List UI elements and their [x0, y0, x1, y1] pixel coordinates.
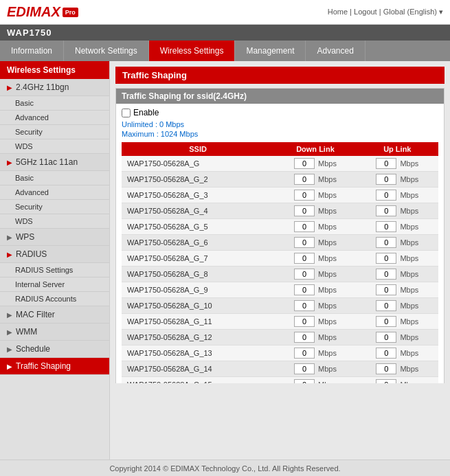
mbps-label-down: Mbps	[318, 349, 337, 357]
table-row: WAP1750-05628A_G_11 Mbps Mbps	[122, 314, 438, 330]
up-input[interactable]	[376, 316, 396, 327]
sidebar-item-radius-accounts[interactable]: RADIUS Accounts	[0, 292, 109, 306]
sidebar-section-header-mac-filter[interactable]: ▶ MAC Filter	[0, 306, 109, 324]
sidebar-section-wmm[interactable]: ▶ WMM	[0, 324, 109, 341]
up-input[interactable]	[376, 158, 396, 169]
up-cell: Mbps	[357, 361, 438, 377]
ssid-cell: WAP1750-05628A_G_5	[122, 219, 274, 235]
sidebar-section-header-radius[interactable]: ▶ RADIUS	[0, 246, 109, 263]
sidebar-item-5ghz-wds[interactable]: WDS	[0, 214, 109, 229]
up-input[interactable]	[376, 284, 396, 295]
down-input[interactable]	[294, 158, 315, 169]
down-input[interactable]	[294, 205, 315, 216]
sidebar-section-label-mac-filter: MAC Filter	[16, 310, 55, 319]
sidebar-item-internal-server[interactable]: Internal Server	[0, 277, 109, 292]
mbps-label-down: Mbps	[318, 223, 337, 231]
mbps-label-up: Mbps	[400, 317, 418, 326]
enable-checkbox-24ghz[interactable]	[122, 109, 131, 117]
sidebar-item-radius-settings[interactable]: RADIUS Settings	[0, 263, 109, 277]
language-selector[interactable]: Global (English) ▾	[383, 8, 443, 16]
tab-wireless-settings[interactable]: Wireless Settings	[149, 41, 236, 61]
traffic-box-24ghz-body: Enable Unlimited : 0 Mbps Maximum : 1024…	[116, 104, 444, 383]
tab-network-settings[interactable]: Network Settings	[64, 41, 149, 61]
sidebar-section-mac-filter[interactable]: ▶ MAC Filter	[0, 306, 109, 324]
down-input[interactable]	[294, 284, 315, 295]
table-row: WAP1750-05628A_G_13 Mbps Mbps	[122, 345, 438, 361]
table-row: WAP1750-05628A_G_4 Mbps Mbps	[122, 203, 438, 219]
down-input[interactable]	[294, 174, 315, 185]
up-input[interactable]	[376, 221, 396, 232]
up-input[interactable]	[376, 174, 396, 185]
logout-link[interactable]: Logout	[354, 8, 377, 16]
sidebar-section-header-2ghz[interactable]: ▶ 2.4GHz 11bgn	[0, 79, 109, 96]
sidebar-item-2ghz-wds[interactable]: WDS	[0, 139, 109, 154]
down-input[interactable]	[294, 379, 315, 383]
home-link[interactable]: Home	[328, 8, 348, 16]
sidebar-section-header-wmm[interactable]: ▶ WMM	[0, 324, 109, 341]
down-cell: Mbps	[274, 172, 356, 188]
down-input[interactable]	[294, 300, 315, 311]
down-input[interactable]	[294, 221, 315, 232]
sidebar-item-5ghz-basic[interactable]: Basic	[0, 171, 109, 185]
sidebar-item-5ghz-advanced[interactable]: Advanced	[0, 185, 109, 200]
ssid-cell: WAP1750-05628A_G_12	[122, 330, 274, 345]
arrow-icon-traffic-shaping: ▶	[7, 363, 12, 370]
sidebar-section-label-2ghz: 2.4GHz 11bgn	[16, 82, 69, 92]
down-input[interactable]	[294, 269, 315, 280]
sidebar-section-wps[interactable]: ▶ WPS	[0, 229, 109, 246]
down-input[interactable]	[294, 348, 315, 359]
sidebar-item-2ghz-security[interactable]: Security	[0, 125, 109, 139]
down-cell: Mbps	[274, 361, 356, 377]
up-input[interactable]	[376, 348, 396, 359]
mbps-label-up: Mbps	[400, 207, 418, 215]
down-input[interactable]	[294, 190, 315, 201]
table-wrapper-24ghz: SSID Down Link Up Link WAP1750-05628A_G …	[122, 142, 438, 383]
up-input[interactable]	[376, 363, 396, 374]
arrow-icon-mac-filter: ▶	[7, 311, 12, 319]
up-input[interactable]	[376, 300, 396, 311]
down-input[interactable]	[294, 363, 315, 374]
up-cell: Mbps	[357, 377, 438, 384]
sidebar-item-2ghz-basic[interactable]: Basic	[0, 96, 109, 111]
sidebar-section-header-5ghz[interactable]: ▶ 5GHz 11ac 11an	[0, 154, 109, 171]
up-input[interactable]	[376, 269, 396, 280]
up-cell: Mbps	[357, 219, 438, 235]
down-input[interactable]	[294, 237, 315, 248]
sidebar-section-2ghz[interactable]: ▶ 2.4GHz 11bgn Basic Advanced Security W…	[0, 79, 109, 154]
up-cell: Mbps	[357, 235, 438, 251]
sidebar-section-header-traffic-shaping[interactable]: ▶ Traffic Shaping	[0, 358, 109, 375]
arrow-icon-2ghz: ▶	[7, 84, 12, 91]
down-input[interactable]	[294, 316, 315, 327]
up-input[interactable]	[376, 253, 396, 264]
sidebar-section-header-wps[interactable]: ▶ WPS	[0, 229, 109, 246]
sidebar-section-radius[interactable]: ▶ RADIUS RADIUS Settings Internal Server…	[0, 246, 109, 306]
up-input[interactable]	[376, 190, 396, 201]
sidebar-item-5ghz-security[interactable]: Security	[0, 200, 109, 214]
down-cell: Mbps	[274, 282, 356, 298]
sidebar-section-schedule[interactable]: ▶ Schedule	[0, 341, 109, 358]
ssid-cell: WAP1750-05628A_G_13	[122, 345, 274, 361]
scroll-area[interactable]: Traffic Shaping for ssid(2.4GHz) Enable …	[115, 88, 445, 383]
up-input[interactable]	[376, 237, 396, 248]
tab-management[interactable]: Management	[235, 41, 306, 61]
sidebar-section-5ghz[interactable]: ▶ 5GHz 11ac 11an Basic Advanced Security…	[0, 154, 109, 229]
down-input[interactable]	[294, 253, 315, 264]
up-input[interactable]	[376, 379, 396, 383]
tab-information[interactable]: Information	[0, 41, 64, 61]
ssid-cell: WAP1750-05628A_G_11	[122, 314, 274, 330]
up-input[interactable]	[376, 332, 396, 343]
mbps-label-down: Mbps	[318, 254, 337, 262]
up-cell: Mbps	[357, 172, 438, 188]
tab-advanced[interactable]: Advanced	[306, 41, 365, 61]
down-input[interactable]	[294, 332, 315, 343]
ssid-cell: WAP1750-05628A_G_8	[122, 267, 274, 282]
mbps-label-down: Mbps	[318, 207, 337, 215]
unlimited-row-24ghz: Unlimited : 0 Mbps	[122, 120, 438, 128]
sidebar-section-traffic-shaping[interactable]: ▶ Traffic Shaping	[0, 358, 109, 375]
sidebar-item-2ghz-advanced[interactable]: Advanced	[0, 111, 109, 125]
footer: Copyright 2014 © EDIMAX Technology Co., …	[0, 460, 450, 476]
up-input[interactable]	[376, 205, 396, 216]
sidebar-section-header-schedule[interactable]: ▶ Schedule	[0, 341, 109, 358]
enable-row-24ghz: Enable	[122, 108, 438, 117]
mbps-label-up: Mbps	[400, 254, 418, 262]
